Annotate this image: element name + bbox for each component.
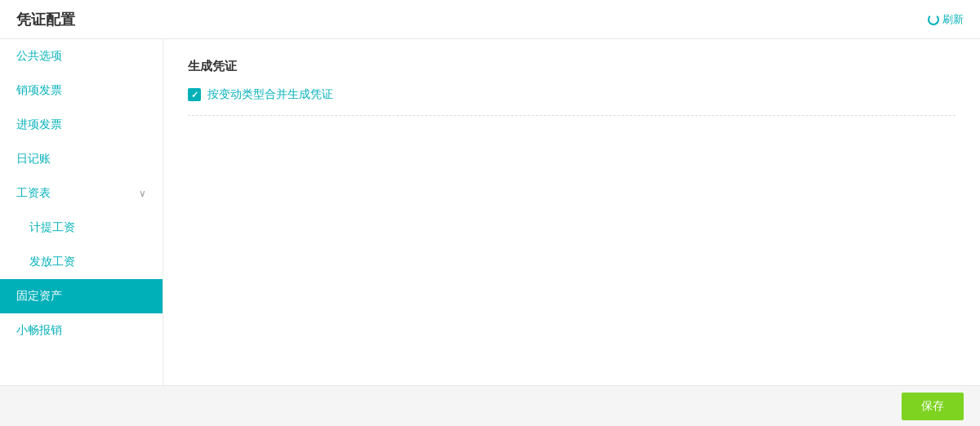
sidebar-item-label: 固定资产 [16, 289, 62, 304]
sidebar-item-label: 计提工资 [29, 220, 75, 235]
footer: 保存 [0, 385, 980, 426]
save-button[interactable]: 保存 [902, 393, 964, 420]
sidebar-item-label: 销项发票 [16, 83, 62, 98]
merge-by-type-checkbox[interactable] [188, 88, 201, 101]
sidebar-item-label: 公共选项 [16, 49, 62, 64]
header: 凭证配置 刷新 [0, 0, 980, 39]
sidebar-item-label: 进项发票 [16, 118, 62, 132]
sidebar-item-fixed-assets[interactable]: 固定资产 [0, 279, 163, 313]
refresh-button[interactable]: 刷新 [928, 12, 964, 27]
sidebar-item-label: 工资表 [16, 186, 51, 201]
sidebar-item-payroll[interactable]: 工资表∨ [0, 176, 163, 211]
chevron-down-icon: ∨ [139, 188, 146, 199]
sidebar-item-purchase-invoice[interactable]: 进项发票 [0, 108, 163, 142]
sidebar-item-pay-wages[interactable]: 发放工资 [0, 245, 163, 279]
merge-by-type-label: 按变动类型合并生成凭证 [207, 87, 333, 102]
section-divider [188, 115, 956, 116]
sidebar-item-public[interactable]: 公共选项 [0, 39, 163, 73]
sidebar-item-label: 发放工资 [29, 255, 75, 269]
sidebar-item-journal[interactable]: 日记账 [0, 142, 163, 176]
refresh-label: 刷新 [942, 12, 964, 27]
sidebar-item-commission[interactable]: 计提工资 [0, 211, 163, 245]
main-content: 生成凭证 按变动类型合并生成凭证 [163, 39, 980, 385]
section-title: 生成凭证 [188, 59, 956, 74]
sidebar-item-expense[interactable]: 小畅报销 [0, 313, 163, 348]
body: 公共选项销项发票进项发票日记账工资表∨计提工资发放工资固定资产小畅报销 生成凭证… [0, 39, 980, 385]
sidebar-item-label: 日记账 [16, 152, 51, 166]
sidebar: 公共选项销项发票进项发票日记账工资表∨计提工资发放工资固定资产小畅报销 [0, 39, 163, 385]
sidebar-item-label: 小畅报销 [16, 323, 62, 338]
checkbox-row[interactable]: 按变动类型合并生成凭证 [188, 87, 956, 102]
page-title: 凭证配置 [16, 10, 75, 29]
refresh-icon [928, 14, 939, 25]
sidebar-item-sales-invoice[interactable]: 销项发票 [0, 73, 163, 108]
